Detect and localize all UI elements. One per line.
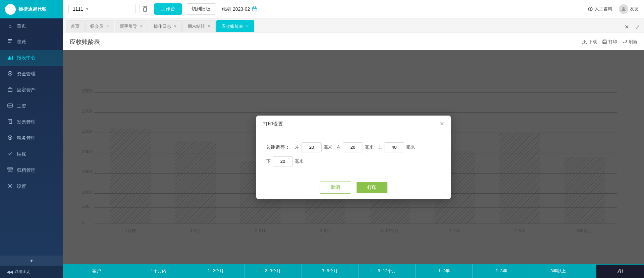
margin-row: 边距调整： 左 毫米 右 毫米: [266, 142, 441, 166]
period-info: 账期 2023-02: [221, 6, 257, 12]
copy-button[interactable]: [140, 4, 150, 14]
print-label: 打印: [608, 39, 617, 45]
ai-badge[interactable]: Ai: [596, 265, 644, 278]
close-icon[interactable]: ✕: [246, 24, 249, 28]
close-icon[interactable]: ✕: [106, 24, 109, 28]
svg-rect-9: [8, 89, 12, 91]
sidebar-item-reports[interactable]: 报表中心: [0, 50, 63, 66]
maximize-button[interactable]: ⤢: [633, 23, 641, 31]
sidebar: 畅捷通易代账 ⌂ 首页 总账 报表中心 资金管理: [0, 0, 63, 278]
invoice-icon: [7, 119, 13, 126]
confirm-print-button[interactable]: 打印: [357, 182, 387, 193]
sidebar-item-label-settle: 结账: [17, 151, 26, 157]
tab-period-end[interactable]: 期末结转 ✕: [182, 20, 216, 32]
page-actions: 下载 打印 刷新: [582, 39, 637, 45]
table-col-2-3month: 2~3个月: [245, 264, 302, 278]
svg-point-0: [9, 8, 11, 10]
switch-version-button[interactable]: 切到旧版: [186, 3, 216, 15]
margin-bottom-input[interactable]: [273, 156, 293, 166]
table-col-6-12month: 6~12个月: [359, 264, 416, 278]
tab-oplog-label: 操作日志: [154, 23, 171, 29]
margin-right-input[interactable]: [343, 142, 363, 152]
close-icon[interactable]: ✕: [140, 24, 143, 28]
table-col-3year-plus: 3年以上: [530, 264, 587, 278]
svg-point-19: [623, 7, 625, 9]
refresh-label: 刷新: [629, 39, 637, 45]
svg-rect-4: [8, 58, 9, 60]
svg-rect-10: [8, 104, 12, 107]
sidebar-nav: ⌂ 首页 总账 报表中心 资金管理 固定资产: [0, 18, 63, 256]
table-col-1month: 1个月内: [130, 264, 187, 278]
sidebar-item-label-archive: 归档管理: [17, 167, 36, 173]
tab-member[interactable]: 畅会员 ✕: [85, 20, 114, 32]
margin-bottom-group: 下 毫米: [266, 156, 304, 166]
sidebar-item-home[interactable]: ⌂ 首页: [0, 18, 63, 34]
refresh-button[interactable]: 刷新: [623, 39, 637, 45]
margin-top-input[interactable]: [384, 142, 404, 152]
svg-rect-2: [8, 41, 12, 41]
print-button[interactable]: 打印: [602, 39, 617, 45]
collapse-label: 取消固定: [14, 269, 31, 275]
svg-rect-13: [8, 168, 12, 169]
calendar-icon[interactable]: [252, 6, 257, 12]
table-col-3-6month: 3~6个月: [302, 264, 359, 278]
period-label: 账期: [221, 6, 231, 12]
close-all-tabs-button[interactable]: ✕: [623, 23, 631, 31]
tab-guide[interactable]: 新手引导 ✕: [115, 20, 148, 32]
sidebar-collapse-btn[interactable]: ◀◀ 取消固定: [0, 266, 63, 278]
sidebar-item-settle[interactable]: 结账: [0, 146, 63, 162]
settings-icon: [7, 183, 13, 190]
margin-left-unit: 毫米: [324, 144, 332, 150]
period-value: 2023-02: [233, 6, 250, 12]
margin-top-unit: 毫米: [406, 144, 415, 150]
margin-right-unit: 毫米: [365, 144, 374, 150]
sidebar-item-archive[interactable]: 归档管理: [0, 162, 63, 179]
sidebar-item-label-payroll: 工资: [17, 103, 26, 109]
close-icon[interactable]: ✕: [208, 24, 211, 28]
sidebar-item-settings[interactable]: 设置: [0, 179, 63, 195]
print-settings-modal: 打印设置 ✕ 边距调整： 左 毫米: [256, 116, 451, 199]
modal-footer: 取消 打印: [256, 176, 451, 199]
modal-close-button[interactable]: ✕: [440, 121, 444, 127]
margin-label: 边距调整：: [266, 144, 290, 150]
sidebar-item-payroll[interactable]: 工资: [0, 98, 63, 114]
sidebar-item-tax[interactable]: 税务管理: [0, 130, 63, 146]
tab-ar-aging[interactable]: 应收账龄表 ✕: [216, 20, 254, 32]
svg-point-14: [9, 185, 11, 187]
table-col-customer: 客户: [63, 264, 130, 278]
margin-left-input[interactable]: [302, 142, 322, 152]
tab-home[interactable]: 首页: [66, 20, 85, 32]
table-col-1-2month: 1~2个月: [187, 264, 244, 278]
company-name: 1111: [73, 6, 83, 12]
company-selector[interactable]: 1111 ▼: [68, 4, 136, 14]
sidebar-item-assets[interactable]: 固定资产: [0, 82, 63, 98]
sidebar-item-ledger[interactable]: 总账: [0, 34, 63, 50]
tab-ar-aging-label: 应收账龄表: [221, 23, 243, 29]
sidebar-item-invoice[interactable]: 发票管理: [0, 114, 63, 130]
tab-home-label: 首页: [71, 23, 79, 29]
download-button[interactable]: 下载: [582, 39, 597, 45]
home-icon: ⌂: [7, 23, 13, 29]
topbar-right: 人工咨询 友友: [588, 4, 639, 14]
sidebar-item-label-tax: 税务管理: [17, 135, 36, 141]
user-button[interactable]: 友友: [619, 4, 639, 14]
user-avatar: [619, 4, 628, 14]
table-header-bar: 客户 1个月内 1~2个月 2~3个月 3~6个月 6~12个月: [63, 264, 644, 278]
support-button[interactable]: 人工咨询: [588, 6, 612, 12]
close-icon[interactable]: ✕: [174, 24, 177, 28]
logo-icon: [5, 4, 16, 15]
sidebar-item-label-funds: 资金管理: [17, 71, 36, 77]
main-area: 1111 ▼ 工作台 切到旧版 账期 2023-02 人工咨询: [63, 0, 644, 278]
chart-area: 2500 2500 2500 2000 1500 1000 500 0: [63, 50, 644, 264]
workbench-button[interactable]: 工作台: [154, 3, 182, 15]
sidebar-scroll-down[interactable]: ▼: [0, 256, 63, 266]
reports-icon: [7, 55, 13, 61]
tab-oplog[interactable]: 操作日志 ✕: [149, 20, 182, 32]
svg-rect-1: [8, 39, 12, 40]
margin-top-group: 上 毫米: [378, 142, 415, 152]
funds-icon: [7, 71, 13, 77]
assets-icon: [7, 87, 13, 93]
svg-point-18: [590, 11, 591, 11]
sidebar-item-funds[interactable]: 资金管理: [0, 66, 63, 82]
cancel-button[interactable]: 取消: [320, 182, 351, 194]
